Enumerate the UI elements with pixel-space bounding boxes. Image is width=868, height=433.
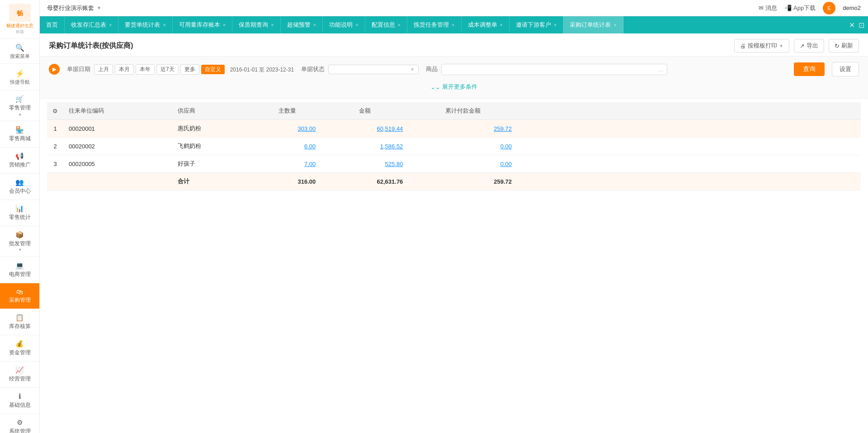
data-table: ⚙ 往来单位编码 供应商 主数量 金额 累计付款金额 1 00020001 惠氏… [47, 102, 861, 190]
tab-purchase-summary-close[interactable]: × [613, 22, 616, 28]
tab-shelf-life-close[interactable]: × [271, 22, 274, 28]
sidebar-item-ecommerce[interactable]: 💻 电商管理 [0, 257, 39, 283]
row-quantity[interactable]: 303.00 [253, 120, 321, 138]
date-btn-this-month[interactable]: 本月 [115, 64, 134, 75]
sidebar-item-retail-stats[interactable]: 📊 零售统计 [0, 200, 39, 226]
date-btn-this-year[interactable]: 本年 [136, 64, 155, 75]
settings-button[interactable]: 设置 [832, 62, 859, 76]
sidebar-retail-mall-label: 零售商城 [9, 135, 31, 143]
query-button[interactable]: 查询 [794, 62, 825, 76]
col-gear[interactable]: ⚙ [47, 102, 63, 120]
col-supplier: 供应商 [172, 102, 253, 120]
tab-home[interactable]: 首页 [40, 16, 65, 33]
tab-invite-downstream[interactable]: 邀请下游客户 × [509, 16, 563, 33]
sidebar-quick-nav-label: 快捷导航 [10, 79, 30, 86]
retail-manage-icon: 🛒 [15, 95, 24, 103]
row-amount[interactable]: 60,519.44 [321, 120, 408, 138]
sidebar-item-purchase[interactable]: 🛍 采购管理 [0, 283, 39, 309]
tab-receive-summary-close[interactable]: × [109, 22, 112, 28]
tab-pick-task[interactable]: 拣货任务管理 × [407, 16, 461, 33]
table-footer-row: 合计 316.00 62,631.76 259.72 [47, 173, 861, 190]
nav-tabs-actions: ✕ ⊡ [845, 16, 868, 33]
app-download-button[interactable]: 📲 App下载 [784, 4, 816, 12]
refresh-icon: ↻ [835, 43, 840, 49]
row-paid[interactable]: 259.72 [408, 120, 517, 138]
status-filter-group: 单据状态 ▼ [301, 65, 419, 74]
row-code: 00020002 [63, 138, 172, 155]
tab-overstock[interactable]: 超储预警 × [281, 16, 323, 33]
tab-function-desc[interactable]: 功能说明 × [323, 16, 365, 33]
tab-home-label: 首页 [46, 21, 58, 29]
status-select[interactable]: ▼ [328, 65, 419, 74]
tab-config-info-close[interactable]: × [398, 22, 401, 28]
message-button[interactable]: ✉ 消息 [759, 4, 777, 12]
row-paid[interactable]: 0.00 [408, 155, 517, 173]
nav-close-icon[interactable]: ✕ [849, 21, 855, 29]
sidebar-item-basic-info[interactable]: ℹ 基础信息 [0, 388, 39, 414]
refresh-label: 刷新 [841, 42, 853, 50]
print-label: 按模板打印 [748, 42, 777, 50]
row-quantity[interactable]: 7.00 [253, 155, 321, 173]
download-icon: 📲 [784, 5, 792, 11]
expand-icon: ⌄⌄ [430, 84, 440, 90]
sidebar-stock-label: 库存核算 [9, 323, 31, 330]
date-btn-7days[interactable]: 近7天 [156, 64, 179, 75]
sidebar-item-quick-nav[interactable]: ⚡ 快捷导航 [0, 64, 39, 90]
tab-order-summary-close[interactable]: × [163, 22, 165, 28]
nav-tabs: 首页 收发存汇总表 × 要货单统计表 × 可用量库存账本 × 保质期查询 × 超… [40, 16, 868, 33]
date-custom-badge[interactable]: 自定义 [201, 65, 225, 74]
nav-fullscreen-icon[interactable]: ⊡ [859, 21, 864, 29]
refresh-button[interactable]: ↻ 刷新 [829, 39, 859, 52]
date-btn-last-month[interactable]: 上月 [94, 64, 113, 75]
sidebar-system-label: 系统管理 [9, 428, 31, 433]
filter-row-1: ▶ 单据日期 上月 本月 本年 近7天 更多 自定义 2016-01-01 至 … [49, 62, 859, 76]
date-btn-more[interactable]: 更多 [180, 64, 199, 75]
row-code: 00020001 [63, 120, 172, 138]
footer-label: 合计 [172, 173, 253, 190]
row-amount[interactable]: 525.80 [321, 155, 408, 173]
tab-function-desc-label: 功能说明 [329, 21, 353, 29]
tab-overstock-close[interactable]: × [313, 22, 316, 28]
sidebar-retail-stats-label: 零售统计 [9, 214, 31, 221]
tab-invite-downstream-close[interactable]: × [554, 22, 557, 28]
sidebar-item-wholesale[interactable]: 📦 批发管理 ▼ [0, 226, 39, 257]
tab-purchase-summary[interactable]: 采购订单统计表 × [563, 16, 623, 33]
footer-empty-gear [47, 173, 63, 190]
sidebar-item-marketing[interactable]: 📢 营销推广 [0, 148, 39, 174]
sidebar-item-operation[interactable]: 📈 经营管理 [0, 362, 39, 388]
goods-input[interactable] [442, 64, 654, 75]
expand-more-button[interactable]: ⌄⌄ 展开更多条件 [430, 81, 477, 93]
logo-icon: 畅 [9, 4, 31, 22]
workspace-selector[interactable]: 母婴行业演示账套 ▼ [47, 4, 101, 12]
row-supplier: 惠氏奶粉 [172, 120, 253, 138]
sidebar-item-stock[interactable]: 📋 库存核算 [0, 309, 39, 335]
tab-config-info[interactable]: 配置信息 × [365, 16, 407, 33]
sidebar-item-member[interactable]: 👥 会员中心 [0, 174, 39, 200]
tab-order-summary[interactable]: 要货单统计表 × [118, 16, 172, 33]
message-label: 消息 [765, 4, 777, 12]
row-quantity[interactable]: 6.00 [253, 138, 321, 155]
sidebar-item-finance[interactable]: 💰 资金管理 [0, 335, 39, 362]
tab-available-stock-close[interactable]: × [223, 22, 226, 28]
goods-more-icon[interactable]: … [654, 64, 667, 75]
row-amount[interactable]: 1,586.52 [321, 138, 408, 155]
tab-function-desc-close[interactable]: × [355, 22, 358, 28]
tab-order-summary-label: 要货单统计表 [125, 21, 160, 29]
sidebar-item-retail-manage[interactable]: 🛒 零售管理 ▲ [0, 90, 39, 121]
filter-toggle-button[interactable]: ▶ [49, 64, 60, 75]
retail-stats-icon: 📊 [15, 205, 24, 213]
sidebar-item-system[interactable]: ⚙ 系统管理 [0, 414, 39, 433]
tab-pick-task-close[interactable]: × [452, 22, 454, 28]
tab-cost-adjust-close[interactable]: × [500, 22, 503, 28]
sidebar-item-retail-mall[interactable]: 🏪 零售商城 [0, 121, 39, 148]
tab-available-stock[interactable]: 可用量库存账本 × [173, 16, 232, 33]
user-avatar[interactable]: E [823, 2, 835, 14]
print-button[interactable]: 🖨 按模板打印 ▼ [734, 39, 789, 52]
sidebar-item-search[interactable]: 🔍 搜索菜单 [0, 39, 39, 64]
row-paid[interactable]: 0.00 [408, 138, 517, 155]
tab-available-stock-label: 可用量库存账本 [179, 21, 220, 29]
tab-receive-summary[interactable]: 收发存汇总表 × [65, 16, 118, 33]
tab-shelf-life[interactable]: 保质期查询 × [232, 16, 280, 33]
tab-cost-adjust[interactable]: 成本调整单 × [462, 16, 509, 33]
export-button[interactable]: ↗ 导出 [794, 39, 824, 52]
